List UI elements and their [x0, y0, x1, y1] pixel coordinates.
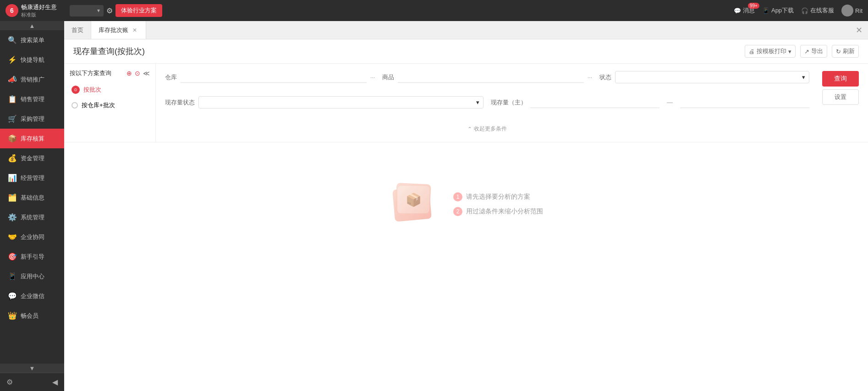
refresh-button[interactable]: ↻ 刷新	[832, 45, 859, 58]
query-actions: 查询 设置	[822, 71, 859, 105]
sidebar-item-newguide[interactable]: 🎯 新手引导	[0, 247, 64, 266]
trial-button[interactable]: 体验行业方案	[115, 4, 162, 17]
product-field: 商品 ···	[382, 72, 592, 83]
sidebar-item-finance[interactable]: 💰 资金管理	[0, 148, 64, 168]
status-dropdown-icon: ▾	[802, 74, 805, 81]
flash-icon: ⚡	[8, 55, 17, 64]
filter-settings-icon[interactable]: ⊙	[135, 70, 140, 77]
filter-option-warehouse-batch[interactable]: 按仓库+批次	[70, 98, 150, 113]
header-right: 💬 消息 99+ 📱 App下载 🎧 在线客服 Rit	[734, 5, 863, 16]
export-button[interactable]: ↗ 导出	[800, 45, 827, 58]
sidebar-item-wechat[interactable]: 💬 企业微信	[0, 286, 64, 306]
messages-btn[interactable]: 💬 消息 99+	[734, 6, 755, 15]
sidebar-item-label: 企业微信	[21, 292, 44, 300]
tab-inventory-batch[interactable]: 库存批次账 ✕	[91, 21, 146, 39]
collapse-filter-icon[interactable]: ≪	[143, 70, 150, 77]
chart-icon: 📊	[8, 174, 17, 182]
sidebar-item-member[interactable]: 👑 畅会员	[0, 306, 64, 326]
tab-close-icon[interactable]: ✕	[131, 27, 138, 34]
settings-icon[interactable]: ⚙	[106, 6, 113, 15]
print-button[interactable]: 🖨 按模板打印 ▾	[745, 45, 796, 58]
filter-right: 仓库 ··· 商品 ··· 状态	[156, 64, 868, 142]
sidebar-item-search[interactable]: 🔍 搜索菜单	[0, 30, 64, 50]
stock-qty-min-input[interactable]	[530, 97, 659, 108]
refresh-icon: ↻	[836, 48, 841, 55]
clipboard-icon: 📋	[8, 95, 17, 103]
warehouse-more-icon[interactable]: ···	[370, 74, 375, 81]
stock-status-select[interactable]: ▾	[198, 96, 483, 109]
version-label: 标准版	[21, 11, 57, 18]
sidebar-item-marketing[interactable]: 📣 营销推广	[0, 70, 64, 89]
printer-icon: 🖨	[749, 48, 755, 55]
empty-tip-2: 2 用过滤条件来缩小分析范围	[453, 207, 543, 216]
sidebar-item-label: 经营管理	[21, 174, 44, 182]
bottom-settings-icon[interactable]: ⚙	[6, 378, 13, 386]
tab-home[interactable]: 首页	[64, 21, 91, 39]
query-button[interactable]: 查询	[822, 71, 859, 87]
app-download-btn[interactable]: 📱 App下载	[762, 6, 794, 15]
filter-left: 按以下方案查询 ⊕ ⊙ ≪ ⊙ 按批次 按仓库+批次	[64, 64, 156, 142]
add-filter-icon[interactable]: ⊕	[126, 70, 132, 77]
sidebar-item-operation[interactable]: 📊 经营管理	[0, 168, 64, 188]
top-header: 6 畅康通好生意 标准版 ▾ ⚙ 体验行业方案 💬 消息 99+ 📱 App下载…	[0, 0, 868, 21]
page-header: 现存量查询(按批次) 🖨 按模板打印 ▾ ↗ 导出 ↻ 刷新	[64, 39, 868, 64]
sidebar-item-basic[interactable]: 🗂️ 基础信息	[0, 188, 64, 207]
collapse-conditions-btn[interactable]: ⌃ 收起更多条件	[165, 121, 809, 135]
warehouse-input[interactable]	[181, 72, 367, 83]
cart-icon: 🛒	[8, 114, 17, 123]
sidebar-scroll-up[interactable]: ▲	[0, 21, 64, 30]
empty-tip-1-text: 请先选择要分析的方案	[466, 193, 530, 201]
sidebar-scroll-down[interactable]: ▼	[0, 364, 64, 373]
tab-home-label: 首页	[71, 26, 83, 34]
sidebar-item-label: 应用中心	[21, 272, 44, 281]
sidebar-item-label: 采购管理	[21, 115, 44, 123]
sidebar-item-label: 系统管理	[21, 213, 44, 222]
sidebar-item-label: 资金管理	[21, 154, 44, 163]
collapse-icon: ⌃	[467, 126, 472, 132]
content-area: 首页 库存批次账 ✕ ✕ 现存量查询(按批次) 🖨 按模板打印 ▾	[64, 21, 868, 391]
product-input[interactable]	[398, 72, 584, 83]
avatar	[841, 5, 853, 16]
message-icon: 💬	[734, 7, 741, 14]
online-service-btn[interactable]: 🎧 在线客服	[801, 6, 834, 15]
money-icon: 💰	[8, 154, 17, 163]
tip-num-1: 1	[453, 192, 462, 201]
warehouse-label: 仓库	[165, 73, 177, 81]
sidebar-item-purchase[interactable]: 🛒 采购管理	[0, 109, 64, 129]
nav-dropdown-arrow-icon[interactable]: ▾	[97, 7, 100, 14]
empty-texts: 1 请先选择要分析的方案 2 用过滤条件来缩小分析范围	[453, 192, 543, 216]
sidebar-item-label: 企业协同	[21, 233, 44, 241]
filter-option-batch[interactable]: ⊙ 按批次	[70, 82, 150, 98]
sidebar-item-label: 搜索菜单	[21, 36, 44, 44]
empty-tip-2-text: 用过滤条件来缩小分析范围	[466, 207, 543, 216]
sidebar-item-appcenter[interactable]: 📱 应用中心	[0, 266, 64, 286]
sidebar-item-quicknav[interactable]: ⚡ 快捷导航	[0, 50, 64, 70]
sidebar-item-label: 基础信息	[21, 194, 44, 202]
tab-inventory-batch-label: 库存批次账	[99, 26, 128, 34]
tab-bar: 首页 库存批次账 ✕ ✕	[64, 21, 868, 39]
close-panel-icon[interactable]: ✕	[850, 25, 868, 35]
sidebar-item-label: 快捷导航	[21, 56, 44, 64]
nav-input-area[interactable]: ▾	[70, 5, 104, 16]
target-icon: 🎯	[8, 252, 17, 261]
header-nav: ▾ ⚙ 体验行业方案	[70, 4, 729, 17]
gear-icon: ⚙️	[8, 213, 17, 222]
sidebar-item-enterprise[interactable]: 🤝 企业协同	[0, 227, 64, 247]
user-menu[interactable]: Rit	[841, 5, 863, 16]
sidebar-item-sales[interactable]: 📋 销售管理	[0, 89, 64, 109]
collapse-sidebar-icon[interactable]: ◀	[52, 378, 58, 386]
stock-qty-max-input[interactable]	[680, 97, 809, 108]
sidebar-item-label: 库存核算	[21, 135, 44, 143]
sidebar-item-system[interactable]: ⚙️ 系统管理	[0, 207, 64, 227]
sidebar-item-inventory[interactable]: 📦 库存核算	[0, 129, 64, 148]
filter-row-2: 现存量状态 ▾ 现存量（主） —	[165, 96, 809, 109]
stock-status-field: 现存量状态 ▾	[165, 96, 483, 109]
handshake-icon: 🤝	[8, 233, 17, 241]
stock-qty-field: 现存量（主） —	[491, 97, 809, 108]
status-select[interactable]: ▾	[615, 71, 809, 83]
sidebar: ▲ 🔍 搜索菜单 ⚡ 快捷导航 📣 营销推广 📋 销售管理 🛒 采购管理	[0, 21, 64, 391]
product-label: 商品	[382, 73, 394, 81]
print-dropdown-icon[interactable]: ▾	[788, 48, 791, 55]
product-more-icon[interactable]: ···	[588, 74, 592, 81]
setting-button[interactable]: 设置	[822, 89, 859, 105]
